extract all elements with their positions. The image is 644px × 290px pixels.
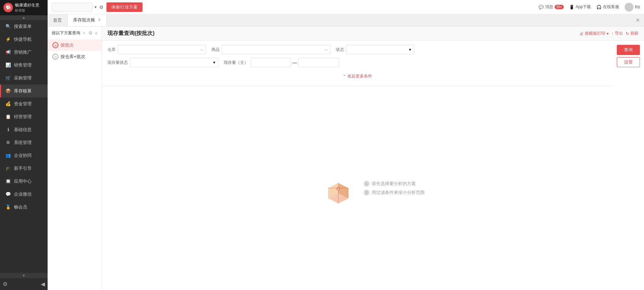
sidebar-item-basics[interactable]: ℹ 基础信息 (0, 123, 48, 136)
info-icon: ℹ (5, 127, 11, 133)
stock-status-select[interactable]: ▾ (130, 58, 218, 67)
sidebar-item-inventory[interactable]: 📦 库存核算 (0, 85, 48, 97)
print-icon: 🖨 (579, 31, 583, 36)
experience-btn[interactable]: 体验行业方案 (106, 2, 142, 12)
empty-state: ✦ 1 请先选择要分析的方案 2 用过滤条件来缩小分析范围 (102, 86, 644, 290)
sidebar-item-purchase[interactable]: 🛒 采购管理 (0, 72, 48, 85)
query-settings-area: 查询 设置 (613, 41, 644, 86)
filter-query-area: 仓库 ··· 商品 ··· (102, 41, 644, 86)
megaphone-icon: 📢 (5, 49, 11, 55)
scheme-icon-gray: ◎ (52, 54, 58, 60)
stock-status-chevron-icon: ▾ (213, 60, 215, 65)
sidebar-scroll-down[interactable]: ▼ (0, 273, 48, 278)
sidebar-item-enterprise-wechat[interactable]: 💬 企业微信 (0, 188, 48, 201)
sidebar-item-system[interactable]: ⚙ 系统管理 (0, 136, 48, 149)
money-icon: 💰 (5, 101, 11, 107)
sidebar-scroll-up[interactable]: ▲ (0, 15, 48, 20)
box-icon: 📦 (5, 88, 11, 94)
tab-inventory-batch[interactable]: 库存批次账 ✕ (68, 14, 107, 26)
stock-qty-min-input[interactable] (250, 58, 291, 67)
guide-icon: 🎓 (5, 165, 11, 171)
scheme-item-by-batch[interactable]: ◎ 按批次 (48, 39, 102, 51)
topbar-search-area: ▾ (52, 3, 97, 12)
panel-header: 按以下方案查询 ＋ ⚙ « (48, 26, 102, 39)
warehouse-dots: ··· (200, 46, 203, 53)
panel-settings-button[interactable]: ⚙ (88, 30, 93, 36)
sidebar-item-marketing[interactable]: 📢 营销推广 (0, 46, 48, 59)
sidebar-item-search-menu[interactable]: 🔍 搜索菜单 (0, 20, 48, 33)
panel-close-button[interactable]: ✕ (631, 17, 644, 23)
panel-add-button[interactable]: ＋ (82, 30, 86, 36)
sidebar-header: 畅 畅康通好生意 标准版 (0, 0, 48, 15)
sidebar-item-sales[interactable]: 📊 销售管理 (0, 59, 48, 72)
left-panel: 按以下方案查询 ＋ ⚙ « ◎ 按批次 ◎ 按仓库+批次 (48, 26, 102, 290)
user-item[interactable]: Rit (625, 3, 640, 12)
messages-item[interactable]: 💬 消息 99+ (539, 4, 564, 10)
chart-icon: 📊 (5, 62, 11, 68)
page-header: 现存量查询(按批次) 🖨 按模板打印 ▾ ↑ 导出 ↻ 刷新 (102, 26, 644, 41)
messages-icon: 💬 (539, 5, 544, 10)
users-icon: 👥 (5, 152, 11, 159)
customer-service-item[interactable]: 🎧 在线客服 (596, 4, 619, 10)
filter-goods: 商品 ··· (211, 45, 331, 54)
query-button[interactable]: 查询 (617, 45, 640, 55)
sidebar-item-finance[interactable]: 💰 资金管理 (0, 97, 48, 110)
topbar-dropdown-button[interactable]: ▾ (95, 5, 97, 10)
scheme-item-by-warehouse-batch[interactable]: ◎ 按仓库+批次 (48, 51, 102, 62)
panel-header-actions: ＋ ⚙ « (82, 30, 98, 36)
topbar-search-input[interactable] (52, 3, 92, 12)
panel-collapse-button[interactable]: « (95, 30, 98, 36)
avatar (625, 3, 633, 12)
empty-tips: 1 请先选择要分析的方案 2 用过滤条件来缩小分析范围 (363, 181, 425, 196)
goods-dots: ··· (324, 46, 327, 53)
gear-icon: ⚙ (5, 140, 11, 146)
sidebar-collapse-button[interactable]: ◀ (41, 281, 45, 287)
filter-row-2: 现存量状态 ▾ 现存量（主） — (107, 58, 607, 67)
tab-home[interactable]: 首页 (48, 14, 68, 26)
print-button[interactable]: 🖨 按模板打印 ▾ (579, 31, 609, 36)
app-download-item[interactable]: 📱 App下载 (569, 4, 591, 10)
goods-input[interactable]: ··· (222, 45, 331, 54)
sidebar-item-member[interactable]: 🏅 畅会员 (0, 201, 48, 214)
filter-warehouse: 仓库 ··· (107, 45, 206, 54)
sidebar-item-app-center[interactable]: 🔲 应用中心 (0, 175, 48, 188)
stock-qty-max-input[interactable] (298, 58, 339, 67)
topbar-left: ▾ ⚙ 体验行业方案 (52, 2, 142, 12)
sidebar-item-enterprise[interactable]: 👥 企业协同 (0, 149, 48, 162)
collapse-icon: ⌃ (343, 74, 346, 79)
app-download-icon: 📱 (569, 5, 574, 10)
export-button[interactable]: ↑ 导出 (611, 31, 623, 36)
sidebar-item-new-guide[interactable]: 🎓 新手引导 (0, 162, 48, 175)
wechat-icon: 💬 (5, 191, 11, 197)
topbar-gear-button[interactable]: ⚙ (99, 4, 104, 10)
filter-status: 状态 ▾ (336, 45, 414, 54)
messages-badge: 99+ (555, 5, 564, 9)
tabs-bar: 首页 库存批次账 ✕ ✕ (48, 14, 644, 26)
topbar: ▾ ⚙ 体验行业方案 💬 消息 99+ 📱 App下载 🎧 在线客服 (48, 0, 644, 14)
chevron-down-icon: ▾ (409, 47, 411, 52)
collapse-button[interactable]: ⌃ 收起更多条件 (339, 72, 376, 80)
sidebar-brand: 畅康通好生意 标准版 (15, 3, 39, 13)
topbar-right: 💬 消息 99+ 📱 App下载 🎧 在线客服 Rit (539, 3, 640, 12)
sidebar-item-quick-nav[interactable]: ⚡ 快捷导航 (0, 33, 48, 46)
scheme-icon-red: ◎ (52, 42, 58, 48)
cart-icon: 🛒 (5, 75, 11, 81)
status-select[interactable]: ▾ (346, 45, 414, 54)
member-icon: 🏅 (5, 204, 11, 210)
settings-button[interactable]: 设置 (617, 57, 640, 67)
page-title: 现存量查询(按批次) (107, 30, 155, 37)
tip-num-1: 1 (363, 181, 370, 187)
headset-icon: 🎧 (596, 5, 601, 10)
empty-tip-2: 2 用过滤条件来缩小分析范围 (363, 189, 425, 196)
print-dropdown-icon: ▾ (607, 31, 609, 36)
sidebar-settings-button[interactable]: ⚙ (3, 281, 7, 287)
sidebar-item-operations[interactable]: 📋 经营管理 (0, 110, 48, 123)
tip-num-2: 2 (363, 189, 370, 196)
filter-area: 仓库 ··· 商品 ··· (102, 41, 613, 86)
tab-close-button[interactable]: ✕ (98, 18, 101, 22)
refresh-button[interactable]: ↻ 刷新 (626, 31, 639, 36)
page-header-actions: 🖨 按模板打印 ▾ ↑ 导出 ↻ 刷新 (579, 31, 639, 36)
export-icon: ↑ (611, 31, 613, 36)
warehouse-input[interactable]: ··· (118, 45, 206, 54)
empty-state-icon: ✦ (321, 171, 355, 205)
